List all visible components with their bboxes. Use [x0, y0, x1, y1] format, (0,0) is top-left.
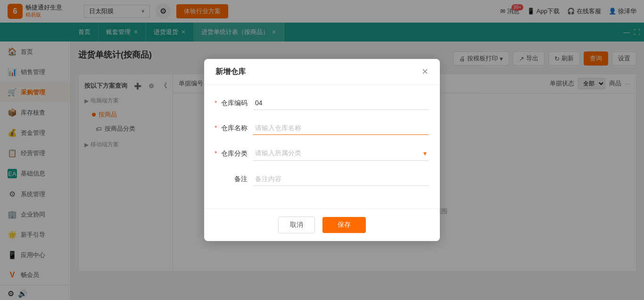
save-button[interactable]: 保存: [322, 217, 366, 233]
form-row-name: 仓库名称: [215, 121, 429, 135]
cancel-button[interactable]: 取消: [278, 217, 315, 233]
warehouse-note-input[interactable]: [253, 172, 429, 186]
warehouse-name-input[interactable]: [253, 121, 429, 135]
form-row-code: 仓库编码: [215, 96, 429, 110]
name-label: 仓库名称: [215, 124, 253, 133]
form-row-note: 备注: [215, 172, 429, 186]
category-select[interactable]: 请输入所属分类 ▾: [253, 146, 429, 161]
modal-body: 仓库编码 仓库名称 仓库分类 请输入所属分类 ▾ 备注: [204, 85, 440, 208]
note-label: 备注: [215, 175, 253, 183]
form-row-category: 仓库分类 请输入所属分类 ▾: [215, 146, 429, 161]
modal-overlay: 新增仓库 ✕ 仓库编码 仓库名称 仓库分类 请输入所属分类 ▾: [0, 0, 644, 300]
warehouse-code-input[interactable]: [253, 96, 429, 110]
category-placeholder: 请输入所属分类: [255, 149, 423, 158]
new-warehouse-modal: 新增仓库 ✕ 仓库编码 仓库名称 仓库分类 请输入所属分类 ▾: [204, 59, 440, 241]
code-label: 仓库编码: [215, 99, 253, 108]
modal-footer: 取消 保存: [204, 208, 440, 241]
chevron-down-icon: ▾: [423, 150, 427, 157]
category-label: 仓库分类: [215, 150, 253, 158]
modal-close-button[interactable]: ✕: [421, 67, 429, 77]
modal-header: 新增仓库 ✕: [204, 59, 440, 85]
modal-title: 新增仓库: [215, 67, 246, 77]
